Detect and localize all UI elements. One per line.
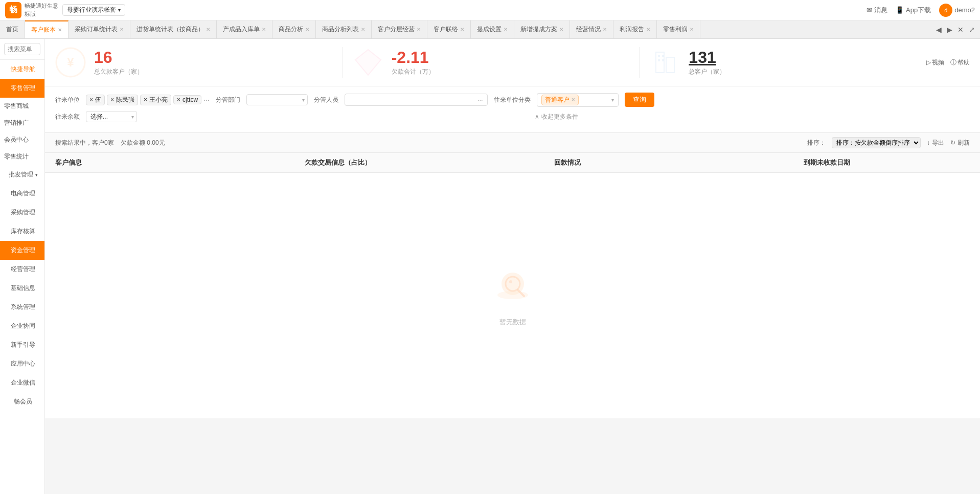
tab-goods-stats[interactable]: 进货单统计表（按商品） ✕ [130,20,217,39]
tab-add-commission[interactable]: 新增提成方案 ✕ [514,20,570,39]
sidebar-item-label: 库存核算 [11,228,35,235]
table-header: 客户信息 欠款交易信息（占比） 回款情况 到期未收款日期 [45,153,980,173]
app-download-action[interactable]: 📱 App下载 [896,6,931,15]
sidebar-item-quick-nav[interactable]: 快捷导航 [0,60,44,79]
quick-nav-label: 快捷导航 [11,65,35,73]
help-btn[interactable]: ⓘ 帮助 [950,58,970,67]
more-tags-btn[interactable]: ··· [203,96,210,104]
close-icon[interactable]: ✕ [646,27,650,32]
close-icon[interactable]: ✕ [262,27,266,32]
col-due-date: 到期未收款日期 [804,158,970,167]
sidebar-item-label: 批发管理 [9,170,33,179]
chevron-down-icon[interactable]: ▾ [611,97,614,103]
message-icon: ✉ [867,6,872,14]
tab-home[interactable]: 首页 [0,20,25,39]
close-icon[interactable]: ✕ [206,27,210,32]
stat-label-total: 总客户（家） [689,68,725,76]
collapse-wrap: ∧ 收起更多条件 [143,113,970,121]
tab-operation-label: 经营情况 [576,25,601,34]
sidebar-item-system[interactable]: 系统管理 [0,298,44,317]
sidebar-item-ecommerce[interactable]: 电商管理 [0,184,44,203]
close-icon[interactable]: ✕ [559,27,563,32]
industry-select[interactable]: 母婴行业演示帐套 ▾ [62,4,125,16]
dept-select[interactable] [246,94,308,105]
tab-goods-analysis[interactable]: 商品分析 ✕ [272,20,316,39]
unit-filter-tags: × 伍 × 陈民强 × 王小亮 × cjttcw ··· [86,95,210,105]
sidebar-item-wholesale[interactable]: 批发管理 ▾ [0,165,44,184]
collapse-button[interactable]: ∧ 收起更多条件 [535,113,578,121]
tab-purchase-order[interactable]: 采购订单统计表 ✕ [69,20,130,39]
refresh-btn[interactable]: ↻ 刷新 [950,139,970,147]
sidebar-item-retail-management[interactable]: 零售管理 [0,79,44,98]
logo-area: 畅 畅捷通好生意标版 [5,2,58,18]
sidebar-search-input[interactable] [4,43,40,55]
sidebar-item-enterprise[interactable]: 企业协同 [0,317,44,335]
sidebar-item-label: 采购管理 [11,209,35,216]
manager-more-icon[interactable]: ··· [475,96,485,104]
sidebar-item-inventory[interactable]: 库存核算 [0,222,44,241]
close-icon[interactable]: ✕ [690,27,694,32]
sidebar-item-finance[interactable]: 资金管理 [0,241,44,260]
sidebar-item-operation[interactable]: 经营管理 [0,260,44,279]
sidebar-item-purchase[interactable]: 采购管理 [0,203,44,222]
sidebar-item-label: 系统管理 [11,303,35,310]
sidebar-sub-member[interactable]: 会员中心 [0,131,44,148]
close-icon[interactable]: ✕ [603,27,607,32]
user-action[interactable]: d demo2 [939,4,975,17]
balance-select-wrap: 选择... ▾ [86,111,137,122]
tab-commission-setting[interactable]: 提成设置 ✕ [471,20,514,39]
close-icon[interactable]: ✕ [305,27,309,32]
sidebar-item-label: 企业微信 [11,379,35,386]
chevron-down-icon: ▾ [35,172,38,177]
sidebar-item-wechat[interactable]: 企业微信 [0,373,44,392]
sidebar-item-basic-info[interactable]: 基础信息 [0,279,44,298]
tab-operation[interactable]: 经营情况 ✕ [570,20,613,39]
tab-customer-contact[interactable]: 客户联络 ✕ [427,20,471,39]
video-help[interactable]: ▷ 视频 [926,58,944,67]
tab-goods-analysis-list-label: 商品分析列表 [322,25,359,34]
sidebar-sub-retail-mall[interactable]: 零售商城 [0,98,44,115]
tab-retail-profit[interactable]: 零售利润 ✕ [657,20,700,39]
category-select-wrap[interactable]: 普通客户 × ▾ [537,93,619,107]
sidebar-item-label: 电商管理 [11,190,35,197]
stat-block-amount: -2.11 欠款合计（万） [353,47,640,78]
close-icon[interactable]: ✕ [120,27,124,32]
tab-maximize-icon[interactable]: ⤢ [967,25,977,35]
stat-block-total: 131 总客户（家） [650,47,926,78]
close-icon[interactable]: ✕ [460,27,464,32]
filter-row-1: 往来单位 × 伍 × 陈民强 × 王小亮 [55,93,970,107]
close-icon[interactable]: ✕ [504,27,508,32]
balance-select[interactable]: 选择... [86,111,137,122]
sidebar-sub-label: 零售商城 [4,102,29,109]
stat-help: ▷ 视频 ⓘ 帮助 [926,58,970,67]
sidebar-sub-marketing[interactable]: 营销推广 [0,115,44,131]
layout: 快捷导航 零售管理 零售商城 营销推广 会员中心 零售统计 批发管理 ▾ 电商管… [0,39,980,494]
category-tag: 普通客户 × [541,95,579,105]
close-icon[interactable]: ✕ [58,27,62,33]
manager-input[interactable] [347,95,475,104]
tab-prev-icon[interactable]: ◀ [934,25,944,35]
tab-customer-layer[interactable]: 客户分层经营 ✕ [372,20,427,39]
sidebar-sub-retail-stats[interactable]: 零售统计 [0,148,44,165]
empty-icon [492,264,533,313]
close-icon[interactable]: ✕ [417,27,421,32]
export-btn[interactable]: ↓ 导出 [927,139,944,147]
sidebar-item-label: 畅会员 [14,398,32,405]
sidebar-item-app-center[interactable]: 应用中心 [0,354,44,373]
tab-profit-report[interactable]: 利润报告 ✕ [613,20,657,39]
tab-customer-ledger[interactable]: 客户账本 ✕ [25,20,69,39]
category-remove-icon[interactable]: × [572,96,575,103]
tab-goods-analysis-list[interactable]: 商品分析列表 ✕ [316,20,372,39]
tab-next-icon[interactable]: ▶ [945,25,954,35]
message-action[interactable]: ✉ 消息 [867,6,887,15]
tab-product-in[interactable]: 产成品入库单 ✕ [217,20,272,39]
query-button[interactable]: 查询 [625,93,654,107]
stat-block-customers: ¥ 16 总欠款客户（家） [55,47,343,78]
sidebar-item-newbie[interactable]: 新手引导 [0,335,44,354]
sidebar-item-vip[interactable]: 畅会员 [0,392,44,411]
sort-select[interactable]: 排序：按欠款金额倒序排序 [832,137,921,148]
close-icon[interactable]: ✕ [361,27,365,32]
username-label: demo2 [954,6,975,14]
result-info: 搜索结果中，客户0家 欠款金额 0.00元 [55,139,165,147]
tab-close-all-icon[interactable]: ✕ [955,25,966,35]
